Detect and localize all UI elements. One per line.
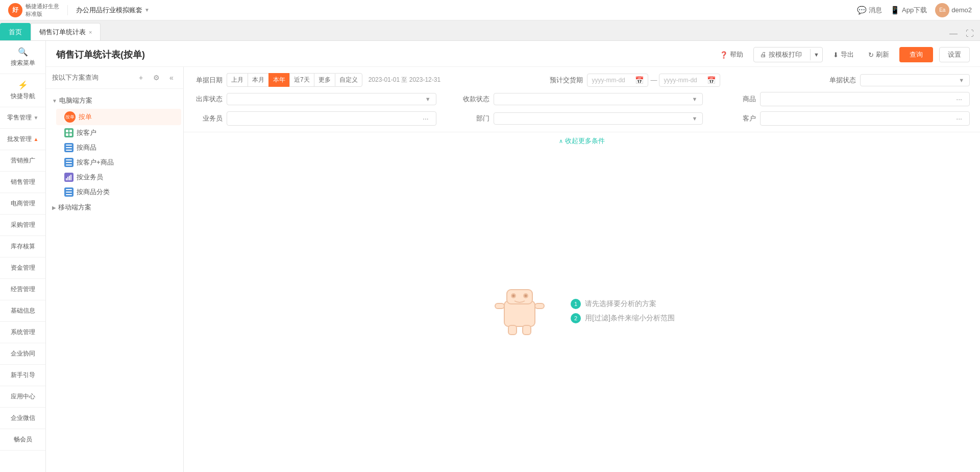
plan-group-mobile-header[interactable]: ▶ 移动端方案 bbox=[46, 200, 183, 215]
mobile-group-expand-icon: ▶ bbox=[52, 205, 56, 210]
message-icon: 💬 bbox=[857, 6, 867, 15]
sidebar-item-basic[interactable]: 基础信息 bbox=[0, 300, 45, 322]
tab-maximize-icon[interactable]: ⛶ bbox=[964, 27, 976, 40]
page-actions: ❓ 帮助 🖨 按模板打印 ▼ ⬇ 导出 ↻ 刷新 bbox=[716, 47, 970, 62]
customer-select[interactable]: ··· bbox=[760, 111, 970, 126]
tab-minimize-icon[interactable]: — bbox=[947, 27, 960, 40]
expected-date-end[interactable]: yyyy-mm-dd 📅 bbox=[659, 74, 720, 87]
sidebar-item-enterprise[interactable]: 企业协同 bbox=[0, 343, 45, 365]
refresh-button[interactable]: ↻ 刷新 bbox=[864, 48, 893, 61]
svg-point-22 bbox=[525, 294, 527, 297]
plan-item-by-customer-goods[interactable]: 按客户+商品 bbox=[56, 155, 181, 170]
sidebar-item-finance[interactable]: 资金管理 bbox=[0, 257, 45, 279]
plan-item-by-salesman[interactable]: 按业务员 bbox=[56, 170, 181, 184]
expected-date-start[interactable]: yyyy-mm-dd 📅 bbox=[587, 74, 648, 87]
sidebar-item-member[interactable]: 畅会员 bbox=[0, 429, 45, 451]
sidebar-item-purchase[interactable]: 采购管理 bbox=[0, 215, 45, 236]
sidebar-item-marketing[interactable]: 营销推广 bbox=[0, 150, 45, 172]
empty-state: 1 请先选择要分析的方案 2 用[过滤]条件来缩小分析范围 bbox=[184, 150, 980, 472]
sidebar-item-search[interactable]: 🔍 搜索菜单 bbox=[0, 41, 45, 74]
inner-layout: 按以下方案查询 + ⚙ « ▼ 电脑端方案 bbox=[46, 67, 980, 472]
svg-point-21 bbox=[512, 294, 515, 297]
help-icon: ❓ bbox=[720, 51, 728, 59]
topbar-left: 好 畅捷通好生意 标准版 办公用品行业模拟账套 ▼ bbox=[8, 3, 150, 17]
filter-row-1: 单据日期 上月 本月 本年 近7天 更多 自定义 2023-01-01 至 20… bbox=[194, 73, 970, 87]
sidebar-item-retail[interactable]: 零售管理 ▼ bbox=[0, 107, 45, 129]
settings-button[interactable]: 设置 bbox=[939, 47, 970, 62]
date-btn-more[interactable]: 更多 bbox=[314, 73, 335, 87]
salesman-select[interactable]: ··· bbox=[227, 111, 436, 126]
receipt-select[interactable]: ▼ bbox=[494, 93, 703, 105]
svg-rect-17 bbox=[504, 301, 535, 326]
empty-tip-2: 2 用[过滤]条件来缩小分析范围 bbox=[571, 313, 675, 323]
svg-rect-18 bbox=[507, 290, 532, 304]
svg-rect-9 bbox=[66, 164, 72, 166]
help-button[interactable]: ❓ 帮助 bbox=[716, 48, 747, 61]
tab-sales-statistics[interactable]: 销售订单统计表 × bbox=[31, 23, 101, 40]
svg-rect-16 bbox=[66, 194, 72, 195]
svg-rect-5 bbox=[66, 147, 72, 148]
app-download-button[interactable]: 📱 App下载 bbox=[890, 6, 927, 15]
plan-item-by-order[interactable]: 按单 按单 bbox=[56, 109, 181, 125]
sidebar-item-quick-nav[interactable]: ⚡ 快捷导航 bbox=[0, 74, 45, 107]
date-btn-this-year[interactable]: 本年 bbox=[268, 73, 289, 87]
download-icon: 📱 bbox=[890, 6, 900, 15]
sidebar-item-enterprise-wechat[interactable]: 企业微信 bbox=[0, 408, 45, 429]
customer-dots-icon[interactable]: ··· bbox=[954, 114, 964, 123]
date-btn-last-7days[interactable]: 近7天 bbox=[289, 73, 314, 87]
sidebar-item-app-center[interactable]: 应用中心 bbox=[0, 386, 45, 408]
retail-expand-icon: ▼ bbox=[34, 115, 39, 121]
date-btn-custom[interactable]: 自定义 bbox=[335, 73, 362, 87]
receipt-label: 收款状态 bbox=[461, 95, 489, 104]
date-btn-group: 上月 本月 本年 近7天 更多 自定义 bbox=[227, 73, 362, 87]
app-title[interactable]: 办公用品行业模拟账套 ▼ bbox=[76, 6, 150, 15]
avatar: Ea bbox=[935, 3, 949, 17]
svg-rect-23 bbox=[495, 303, 504, 309]
customer-label: 客户 bbox=[727, 114, 756, 123]
plan-icon-by-salesman bbox=[64, 173, 74, 182]
tab-home[interactable]: 首页 bbox=[0, 23, 31, 40]
print-dropdown-arrow[interactable]: ▼ bbox=[810, 49, 822, 60]
collapse-panel-button[interactable]: « bbox=[166, 72, 177, 83]
sidebar: 🔍 搜索菜单 ⚡ 快捷导航 零售管理 ▼ 批发管理 ▲ 营销推广 销售管理 电商… bbox=[0, 41, 46, 472]
sidebar-item-wholesale[interactable]: 批发管理 ▲ bbox=[0, 129, 45, 150]
delivery-label: 出库状态 bbox=[194, 95, 223, 104]
query-button[interactable]: 查询 bbox=[899, 47, 933, 62]
goods-dots-icon[interactable]: ··· bbox=[954, 95, 964, 103]
plan-tree-children: 按单 按单 按客户 bbox=[46, 109, 183, 199]
sidebar-item-sales-mgmt[interactable]: 销售管理 bbox=[0, 172, 45, 193]
plan-item-by-goods[interactable]: 按商品 bbox=[56, 140, 181, 155]
date-btn-last-month[interactable]: 上月 bbox=[227, 73, 248, 87]
sidebar-item-operations[interactable]: 经营管理 bbox=[0, 279, 45, 300]
plan-item-by-customer[interactable]: 按客户 bbox=[56, 126, 181, 140]
calendar-end-icon: 📅 bbox=[707, 76, 716, 84]
sidebar-item-inventory[interactable]: 库存核算 bbox=[0, 236, 45, 257]
sidebar-item-onboarding[interactable]: 新手引导 bbox=[0, 365, 45, 386]
sidebar-item-system[interactable]: 系统管理 bbox=[0, 322, 45, 343]
salesman-dots-icon[interactable]: ··· bbox=[421, 114, 431, 123]
expected-date-label: 预计交货期 bbox=[547, 76, 583, 85]
svg-rect-13 bbox=[70, 175, 71, 180]
user-menu-button[interactable]: Ea demo2 bbox=[935, 3, 972, 17]
export-button[interactable]: ⬇ 导出 bbox=[829, 48, 858, 61]
dept-select[interactable]: ▼ bbox=[494, 112, 703, 125]
date-btn-this-month[interactable]: 本月 bbox=[248, 73, 268, 87]
dept-arrow-icon: ▼ bbox=[692, 115, 697, 122]
print-button[interactable]: 🖨 按模板打印 bbox=[754, 48, 808, 62]
add-plan-button[interactable]: + bbox=[135, 72, 146, 83]
status-select[interactable]: ▼ bbox=[860, 74, 970, 86]
tab-close-icon[interactable]: × bbox=[89, 29, 92, 35]
delivery-select[interactable]: ▼ bbox=[227, 93, 436, 105]
collapse-bar[interactable]: ∧ 收起更多条件 bbox=[184, 132, 980, 150]
svg-rect-12 bbox=[69, 176, 70, 180]
expected-date-group: yyyy-mm-dd 📅 — yyyy-mm-dd 📅 bbox=[587, 74, 720, 87]
svg-rect-2 bbox=[66, 133, 68, 136]
plan-item-by-category[interactable]: 按商品分类 bbox=[56, 185, 181, 199]
print-icon: 🖨 bbox=[760, 51, 767, 58]
message-button[interactable]: 💬 消息 bbox=[857, 6, 882, 15]
plan-group-pc-header[interactable]: ▼ 电脑端方案 bbox=[46, 93, 183, 108]
sidebar-item-ecommerce[interactable]: 电商管理 bbox=[0, 193, 45, 215]
goods-select[interactable]: ··· bbox=[760, 92, 970, 106]
filter-row-3: 业务员 ··· 部门 ▼ bbox=[194, 111, 970, 126]
settings-plan-button[interactable]: ⚙ bbox=[151, 72, 162, 83]
